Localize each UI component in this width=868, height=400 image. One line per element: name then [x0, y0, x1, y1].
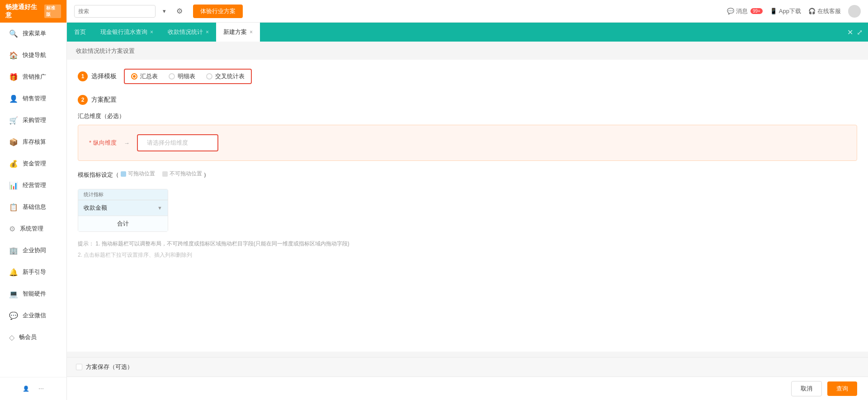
sidebar-item-basic[interactable]: 📋 基础信息	[0, 196, 66, 218]
hint-movable-item: 可拖动位置	[121, 170, 155, 178]
dimension-required-label: 汇总维度（必选）	[78, 113, 125, 119]
sidebar-item-label: 基础信息	[23, 203, 46, 211]
tab-new-plan[interactable]: 新建方案 ×	[216, 23, 260, 42]
tabbar: 首页 现金银行流水查询 × 收款情况统计 × 新建方案 × ✕ ⤢	[67, 23, 868, 42]
radio-cross-dot	[206, 73, 212, 80]
sidebar-logo: 畅捷通好生意 标准版	[0, 0, 66, 23]
logo-text: 畅捷通好生意	[5, 3, 42, 19]
tip-title: 提示： 1. 拖动标题栏可以调整布局，不可跨维度或指标区域拖动栏目字段(只能在同…	[78, 239, 857, 249]
metrics-header: 统计指标 收款金额 ▼	[78, 189, 168, 216]
radio-detail[interactable]: 明细表	[169, 72, 195, 80]
radio-cross[interactable]: 交叉统计表	[206, 72, 245, 80]
topbar-dropdown[interactable]: ▾	[163, 8, 166, 14]
sidebar-bottom-icon2: ⋯	[38, 386, 44, 392]
sidebar-item-sales[interactable]: 👤 销售管理	[0, 88, 66, 109]
tip-item-1: 2. 点击标题栏下拉可设置排序、插入列和删除列	[78, 250, 857, 260]
tab-collection-stat-label: 收款情况统计	[168, 28, 203, 36]
download-icon: 📱	[770, 8, 777, 14]
metrics-table-area: 统计指标 收款金额 ▼ 合计	[78, 184, 857, 232]
sidebar-item-inventory[interactable]: 📦 库存核算	[0, 131, 66, 153]
fixed-hint-text: 不可拖动位置	[170, 170, 202, 178]
save-checkbox[interactable]	[76, 364, 82, 370]
save-label: 方案保存（可选）	[86, 363, 133, 371]
metrics-header-cell[interactable]: 收款金额 ▼	[78, 200, 168, 216]
download-item[interactable]: 📱 App下载	[770, 7, 801, 15]
tab-collection-stat-close[interactable]: ×	[206, 29, 209, 35]
building-icon: 🏢	[9, 246, 18, 255]
service-icon: 🎧	[808, 8, 816, 14]
tab-close-all-icon[interactable]: ✕	[847, 28, 853, 37]
metrics-group-label: 统计指标	[78, 189, 168, 200]
industry-btn[interactable]: 体验行业方案	[193, 5, 243, 18]
sidebar-item-label: 畅会员	[19, 333, 37, 341]
sidebar-item-guide[interactable]: 🔔 新手引导	[0, 261, 66, 283]
sidebar-item-capital[interactable]: 💰 资金管理	[0, 153, 66, 174]
dropdown-text: ▾	[163, 8, 166, 14]
breadcrumb-text: 收款情况统计方案设置	[76, 47, 135, 54]
tabbar-controls: ✕ ⤢	[847, 28, 868, 37]
main-content: ▾ ⚙ 体验行业方案 💬 消息 99+ 📱 App下载 🎧 在线客服 首页	[67, 0, 868, 400]
user-avatar[interactable]	[848, 5, 861, 18]
sidebar-item-label: 新手引导	[23, 268, 46, 276]
step2-title: 方案配置	[91, 96, 117, 104]
search-area	[74, 5, 156, 18]
sidebar-item-member[interactable]: ◇ 畅会员	[0, 326, 66, 348]
tab-home[interactable]: 首页	[67, 23, 93, 42]
metrics-label-area: 模板指标设定（ 可拖动位置 不可拖动位置 ）	[78, 170, 857, 179]
tab-new-plan-close[interactable]: ×	[250, 29, 253, 35]
template-radio-group: 汇总表 明细表 交叉统计表	[124, 69, 252, 84]
sidebar-bottom-row: 👤 ⋯	[0, 382, 66, 395]
home-icon: 🏠	[9, 51, 18, 60]
metrics-table: 统计指标 收款金额 ▼ 合计	[78, 189, 168, 232]
dimension-placeholder: 请选择分组维度	[147, 139, 188, 146]
radio-summary-dot	[131, 73, 137, 80]
sidebar-item-marketing[interactable]: 🎁 营销推广	[0, 66, 66, 88]
step1-num: 1	[78, 71, 88, 81]
topbar: ▾ ⚙ 体验行业方案 💬 消息 99+ 📱 App下载 🎧 在线客服	[67, 0, 868, 23]
tab-bank-flow-label: 现金银行流水查询	[100, 28, 147, 36]
sidebar-item-system[interactable]: ⚙ 系统管理	[0, 218, 66, 240]
sidebar-item-quick-nav[interactable]: 🏠 快捷导航	[0, 44, 66, 66]
topbar-right: 💬 消息 99+ 📱 App下载 🎧 在线客服	[727, 5, 861, 18]
tab-maximize-icon[interactable]: ⤢	[857, 28, 863, 37]
settings-icon[interactable]: ⚙	[173, 5, 186, 18]
sidebar: 畅捷通好生意 标准版 🔍 搜索菜单 🏠 快捷导航 🎁 营销推广 👤 销售管理 🛒…	[0, 0, 67, 400]
dimension-select[interactable]: 请选择分组维度	[137, 134, 218, 151]
tab-collection-stat[interactable]: 收款情况统计 ×	[160, 23, 216, 42]
sidebar-item-hardware[interactable]: 💻 智能硬件	[0, 283, 66, 305]
message-item[interactable]: 💬 消息 99+	[727, 7, 763, 15]
sidebar-item-label: 经营管理	[23, 181, 46, 189]
sidebar-item-label: 企业协同	[23, 246, 46, 254]
diamond-icon: ◇	[9, 333, 14, 342]
money-icon: 💰	[9, 160, 18, 168]
sidebar-item-purchase[interactable]: 🛒 采购管理	[0, 109, 66, 131]
clipboard-icon: 📋	[9, 203, 18, 212]
tab-home-label: 首页	[74, 28, 86, 36]
save-option-area: 方案保存（可选）	[67, 357, 868, 376]
query-button[interactable]: 查询	[827, 381, 857, 396]
sidebar-item-management[interactable]: 📊 经营管理	[0, 174, 66, 196]
search-input[interactable]	[74, 5, 156, 18]
radio-summary[interactable]: 汇总表	[131, 72, 158, 80]
step1-header: 1 选择模板 汇总表 明细表 交叉统计表	[78, 69, 857, 84]
sidebar-bottom: 👤 ⋯	[0, 377, 66, 400]
cancel-button[interactable]: 取消	[791, 381, 822, 396]
sidebar-item-enterprise[interactable]: 🏢 企业协同	[0, 240, 66, 261]
metrics-label-text: 模板指标设定（	[78, 171, 119, 178]
movable-hint-dot	[121, 171, 126, 177]
metrics-header-text: 收款金额	[84, 204, 107, 212]
bell-icon: 🔔	[9, 268, 18, 277]
gift-icon: 🎁	[9, 73, 18, 81]
sidebar-item-wechat[interactable]: 💬 企业微信	[0, 305, 66, 326]
chevron-down-icon: ▼	[157, 205, 162, 211]
dimension-section-label: 汇总维度（必选）	[78, 112, 857, 120]
service-label: 在线客服	[817, 7, 841, 15]
arrow-icon: →	[124, 140, 130, 146]
service-item[interactable]: 🎧 在线客服	[808, 7, 841, 15]
sidebar-item-search[interactable]: 🔍 搜索菜单	[0, 23, 66, 44]
tip-area: 提示： 1. 拖动标题栏可以调整布局，不可跨维度或指标区域拖动栏目字段(只能在同…	[78, 239, 857, 260]
download-label: App下载	[779, 7, 801, 15]
tab-bank-flow-close[interactable]: ×	[150, 29, 153, 35]
sidebar-item-label: 资金管理	[23, 160, 46, 168]
tab-bank-flow[interactable]: 现金银行流水查询 ×	[93, 23, 160, 42]
